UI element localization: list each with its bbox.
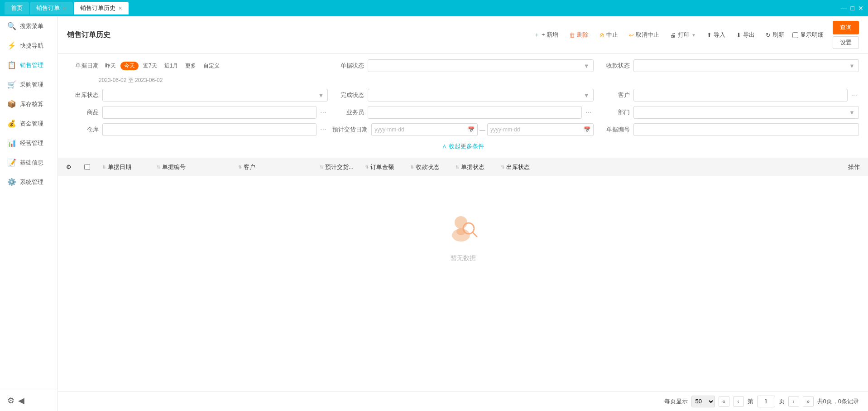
refresh-button[interactable]: ↻ 刷新 xyxy=(763,29,787,41)
sidebar-item-basic-info[interactable]: 📝 基础信息 xyxy=(0,153,58,172)
first-page-button[interactable]: « xyxy=(719,396,729,407)
sort-customer-icon[interactable]: ⇅ xyxy=(238,164,242,169)
prev-page-button[interactable]: ‹ xyxy=(733,396,744,407)
sidebar-item-sales-mgmt[interactable]: 📋 销售管理 xyxy=(0,55,58,75)
last-page-button[interactable]: » xyxy=(803,396,814,407)
out-status-select[interactable]: ▼ xyxy=(102,89,328,102)
sort-out-status-icon[interactable]: ⇅ xyxy=(501,164,504,169)
th-customer: ⇅ 客户 xyxy=(235,163,316,171)
cancel-stop-label: 取消中止 xyxy=(636,31,659,39)
sort-order-status-icon[interactable]: ⇅ xyxy=(456,164,459,169)
delivery-date-end[interactable]: yyyy-mm-dd 📅 xyxy=(487,123,594,136)
sort-receipt-icon[interactable]: ⇅ xyxy=(410,164,414,169)
page-number-input[interactable] xyxy=(757,396,775,407)
next-page-button[interactable]: › xyxy=(788,396,799,407)
export-label: 导出 xyxy=(743,31,755,39)
maximize-icon[interactable]: □ xyxy=(851,5,854,12)
salesperson-filter: 业务员 ··· xyxy=(332,106,593,119)
per-page-select[interactable]: 50 10 20 100 xyxy=(691,396,715,407)
tab-sales-order-close[interactable]: ✕ xyxy=(62,5,67,11)
order-no-filter: 单据编号 xyxy=(598,123,859,136)
delivery-date-start[interactable]: yyyy-mm-dd 📅 xyxy=(371,123,478,136)
tab-sales-history-close[interactable]: ✕ xyxy=(118,5,122,11)
order-no-label: 单据编号 xyxy=(598,126,630,134)
goods-input[interactable] xyxy=(102,106,317,119)
sidebar-item-search-menu[interactable]: 🔍 搜索菜单 xyxy=(0,16,58,36)
inventory-icon: 📦 xyxy=(7,100,16,108)
svg-line-3 xyxy=(473,232,477,237)
sidebar-item-sys-mgmt[interactable]: ⚙️ 系统管理 xyxy=(0,172,58,192)
toolbar: ＋ + 新增 🗑 删除 ⊘ 中止 ↩ 取消中止 🖨 打印 xyxy=(531,21,859,49)
date-range-text: 2023-06-02 至 2023-06-02 xyxy=(99,77,163,83)
th-checkbox[interactable] xyxy=(81,164,99,170)
salesperson-input[interactable] xyxy=(368,106,582,119)
tab-home[interactable]: 首页 xyxy=(5,2,29,15)
customer-filter: 客户 ··· xyxy=(598,89,859,102)
customer-input[interactable] xyxy=(633,89,848,102)
delete-button[interactable]: 🗑 删除 xyxy=(566,29,591,41)
stop-icon: ⊘ xyxy=(599,32,604,39)
order-status-label: 单据状态 xyxy=(332,62,364,70)
date-7days[interactable]: 近7天 xyxy=(140,61,160,71)
minimize-icon[interactable]: — xyxy=(841,5,847,12)
collapse-sidebar-icon[interactable]: ◀ xyxy=(18,396,24,406)
import-icon: ⬆ xyxy=(707,32,712,39)
sidebar-item-inventory[interactable]: 📦 库存核算 xyxy=(0,94,58,114)
tab-sales-history[interactable]: 销售订单历史 ✕ xyxy=(74,2,129,15)
sort-num-icon[interactable]: ⇅ xyxy=(157,164,160,169)
th-action: 操作 xyxy=(542,163,863,171)
export-button[interactable]: ⬇ 导出 xyxy=(734,29,758,41)
date-today[interactable]: 今天 xyxy=(120,62,139,70)
date-more[interactable]: 更多 xyxy=(182,61,199,71)
salesperson-dots[interactable]: ··· xyxy=(584,108,593,116)
settings-bottom-icon[interactable]: ⚙ xyxy=(7,396,14,406)
delivery-date-start-placeholder: yyyy-mm-dd xyxy=(374,126,404,133)
receipt-status-label: 收款状态 xyxy=(598,62,630,70)
settings-button[interactable]: 设置 xyxy=(833,36,859,49)
refresh-icon: ↻ xyxy=(766,32,771,39)
receipt-status-select[interactable]: ▼ xyxy=(633,59,859,72)
query-button[interactable]: 查询 xyxy=(833,21,859,34)
complete-status-select[interactable]: ▼ xyxy=(368,89,593,102)
sort-amount-icon[interactable]: ⇅ xyxy=(365,164,369,169)
th-settings[interactable]: ⚙ xyxy=(62,164,81,170)
delivery-date-dash: — xyxy=(480,126,485,133)
new-button[interactable]: ＋ + 新增 xyxy=(531,29,561,41)
date-yesterday[interactable]: 昨天 xyxy=(102,61,119,71)
warehouse-input[interactable] xyxy=(102,123,317,136)
stop-button[interactable]: ⊘ 中止 xyxy=(597,29,621,41)
date-filter: 单据日期 昨天 今天 近7天 近1月 更多 自定义 xyxy=(67,59,328,72)
department-select[interactable]: ▼ xyxy=(633,106,859,119)
date-1month[interactable]: 近1月 xyxy=(162,61,181,71)
tab-sales-order[interactable]: 销售订单 ✕ xyxy=(30,2,73,15)
top-bar-right: — □ ✕ xyxy=(841,5,863,12)
warehouse-dots[interactable]: ··· xyxy=(318,126,328,134)
goods-dots[interactable]: ··· xyxy=(318,108,328,116)
sidebar: 🔍 搜索菜单 ⚡ 快捷导航 📋 销售管理 🛒 采购管理 📦 库存核算 💰 资金管… xyxy=(0,16,58,411)
order-status-select[interactable]: ▼ xyxy=(368,59,593,72)
warehouse-filter: 仓库 ··· xyxy=(67,123,328,136)
customer-dots[interactable]: ··· xyxy=(849,91,859,99)
display-detail-check[interactable]: 显示明细 xyxy=(792,31,824,39)
total-records: 共0页，0条记录 xyxy=(817,397,859,406)
department-chevron: ▼ xyxy=(849,109,855,116)
complete-status-filter: 完成状态 ▼ xyxy=(332,89,593,102)
sort-delivery-icon[interactable]: ⇅ xyxy=(320,164,323,169)
print-icon: 🖨 xyxy=(670,32,676,39)
sidebar-item-purchase-mgmt[interactable]: 🛒 采购管理 xyxy=(0,75,58,94)
sidebar-item-biz-mgmt[interactable]: 📊 经营管理 xyxy=(0,133,58,153)
date-custom[interactable]: 自定义 xyxy=(201,61,222,71)
close-window-icon[interactable]: ✕ xyxy=(858,5,863,12)
order-no-input[interactable] xyxy=(633,123,859,136)
print-button[interactable]: 🖨 打印 ▼ xyxy=(667,29,699,41)
display-detail-checkbox[interactable] xyxy=(792,32,798,38)
sidebar-item-quick-nav[interactable]: ⚡ 快捷导航 xyxy=(0,36,58,55)
collapse-label: ∧ 收起更多条件 xyxy=(442,143,484,150)
cancel-stop-button[interactable]: ↩ 取消中止 xyxy=(626,29,662,41)
import-button[interactable]: ⬆ 导入 xyxy=(704,29,728,41)
customer-label: 客户 xyxy=(598,91,630,99)
select-all-checkbox[interactable] xyxy=(84,164,90,170)
sort-date-icon[interactable]: ⇅ xyxy=(102,164,106,169)
sidebar-item-capital-mgmt[interactable]: 💰 资金管理 xyxy=(0,114,58,133)
collapse-filters[interactable]: ∧ 收起更多条件 xyxy=(67,140,859,152)
